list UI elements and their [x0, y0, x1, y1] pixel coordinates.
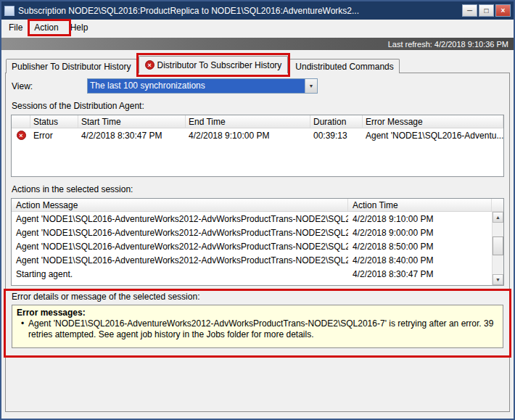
column-header-error-message[interactable]: Error Message [363, 115, 503, 128]
last-refresh-text: Last refresh: 4/2/2018 9:10:36 PM [388, 40, 508, 49]
action-row[interactable]: Agent 'NODE1\SQL2016-AdventureWorks2012-… [12, 239, 492, 253]
error-details-section: Error details or message of the selected… [12, 292, 503, 348]
error-message-line: • Agent 'NODE1\SQL2016-AdventureWorks201… [17, 318, 498, 340]
bullet-icon: • [17, 318, 28, 340]
scrollbar-thumb[interactable] [493, 236, 503, 255]
error-details-box: Error messages: • Agent 'NODE1\SQL2016-A… [12, 305, 503, 348]
action-time: 4/2/2018 8:40:00 PM [348, 255, 492, 265]
tab-label: Undistributed Commands [295, 62, 393, 72]
column-header-action-message[interactable]: Action Message [12, 199, 348, 211]
action-row[interactable]: Starting agent. 4/2/2018 8:30:47 PM [12, 267, 492, 281]
maximize-icon: □ [484, 7, 488, 15]
column-header-status[interactable]: Status [30, 115, 78, 128]
actions-table-header: Action Message Action Time [12, 199, 503, 212]
column-header-end-time[interactable]: End Time [186, 115, 310, 128]
window-buttons: ─ □ × [462, 4, 511, 17]
actions-table-empty-area [12, 281, 492, 285]
error-message-text: Agent 'NODE1\SQL2016-AdventureWorks2012-… [28, 318, 498, 340]
session-status: Error [30, 131, 78, 141]
view-combobox[interactable]: The last 100 synchronizations ▼ [87, 78, 318, 94]
session-error-message: Agent 'NODE1\SQL2016-Adventu... [363, 131, 503, 141]
error-messages-heading: Error messages: [17, 308, 498, 318]
sessions-table-header: Status Start Time End Time Duration Erro… [12, 115, 503, 128]
menu-help[interactable]: Help [65, 20, 94, 36]
error-details-label: Error details or message of the selected… [12, 292, 503, 302]
sessions-table: Status Start Time End Time Duration Erro… [11, 115, 504, 177]
column-header-icon[interactable] [12, 115, 30, 128]
view-combobox-value[interactable]: The last 100 synchronizations [88, 79, 305, 93]
session-row[interactable]: × Error 4/2/2018 8:30:47 PM 4/2/2018 9:1… [12, 128, 503, 142]
window-title: Subscription NODE2\SQL2016:ProductReplic… [18, 6, 462, 16]
window-icon [4, 6, 15, 16]
maximize-button[interactable]: □ [479, 4, 494, 17]
action-time: 4/2/2018 8:50:00 PM [348, 242, 492, 252]
tab-strip: Publisher To Distributor History × Distr… [6, 56, 514, 73]
minimize-button[interactable]: ─ [462, 4, 477, 17]
action-time: 4/2/2018 9:10:00 PM [348, 214, 492, 224]
menu-file[interactable]: File [3, 20, 28, 36]
tab-undistributed-commands[interactable]: Undistributed Commands [289, 59, 399, 73]
minimize-icon: ─ [467, 7, 472, 15]
menubar: File Action Help [1, 20, 514, 36]
close-icon: × [501, 7, 506, 15]
view-row: View: The last 100 synchronizations ▼ [12, 78, 503, 94]
tab-publisher-to-distributor-history[interactable]: Publisher To Distributor History [6, 59, 137, 73]
actions-section-label: Actions in the selected session: [12, 184, 503, 195]
session-start-time: 4/2/2018 8:30:47 PM [78, 131, 186, 141]
titlebar[interactable]: Subscription NODE2\SQL2016:ProductReplic… [1, 1, 514, 20]
menu-action[interactable]: Action [28, 20, 64, 36]
action-row[interactable]: Agent 'NODE1\SQL2016-AdventureWorks2012-… [12, 253, 492, 267]
tab-label: Distributor To Subscriber History [157, 60, 282, 70]
column-header-start-time[interactable]: Start Time [78, 115, 186, 128]
action-time: 4/2/2018 8:30:47 PM [348, 269, 492, 279]
action-row[interactable]: Agent 'NODE1\SQL2016-AdventureWorks2012-… [12, 212, 492, 226]
actions-table: Action Message Action Time Agent 'NODE1\… [11, 198, 504, 286]
action-message: Starting agent. [12, 269, 348, 279]
sessions-section-label: Sessions of the Distribution Agent: [12, 101, 503, 112]
error-icon: × [145, 60, 154, 70]
session-duration: 00:39:13 [310, 131, 363, 141]
chevron-down-icon[interactable]: ▼ [305, 79, 317, 93]
actions-table-body: Agent 'NODE1\SQL2016-AdventureWorks2012-… [12, 212, 503, 285]
action-time: 4/2/2018 9:00:00 PM [348, 228, 492, 238]
view-label: View: [12, 81, 87, 91]
action-row[interactable]: Agent 'NODE1\SQL2016-AdventureWorks2012-… [12, 226, 492, 239]
column-header-duration[interactable]: Duration [310, 115, 363, 128]
replication-monitor-window: Subscription NODE2\SQL2016:ProductReplic… [0, 0, 515, 420]
sessions-table-empty-area [12, 142, 503, 176]
actions-rows: Agent 'NODE1\SQL2016-AdventureWorks2012-… [12, 212, 492, 285]
session-end-time: 4/2/2018 9:10:00 PM [186, 131, 310, 141]
last-refresh-bar: Last refresh: 4/2/2018 9:10:36 PM [1, 38, 514, 50]
column-header-action-time[interactable]: Action Time [348, 199, 492, 211]
error-icon: × [17, 131, 26, 140]
close-button[interactable]: × [495, 4, 511, 17]
action-message: Agent 'NODE1\SQL2016-AdventureWorks2012-… [12, 255, 348, 265]
action-message: Agent 'NODE1\SQL2016-AdventureWorks2012-… [12, 228, 348, 238]
scroll-up-icon[interactable]: ▲ [493, 212, 503, 223]
action-message: Agent 'NODE1\SQL2016-AdventureWorks2012-… [12, 214, 348, 224]
column-header-scrollbar-stub [492, 199, 503, 211]
scroll-down-icon[interactable]: ▼ [493, 274, 503, 285]
tab-label: Publisher To Distributor History [12, 62, 131, 72]
tab-distributor-to-subscriber-history[interactable]: × Distributor To Subscriber History [139, 56, 289, 73]
tab-page-panel: View: The last 100 synchronizations ▼ Se… [5, 73, 510, 412]
action-message: Agent 'NODE1\SQL2016-AdventureWorks2012-… [12, 242, 348, 252]
vertical-scrollbar[interactable]: ▲ ▼ [492, 212, 503, 285]
